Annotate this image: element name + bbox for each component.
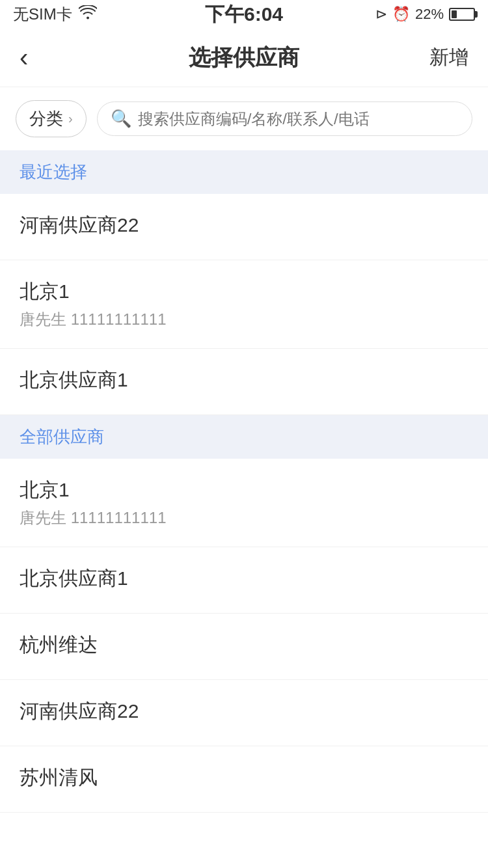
- recent-section-header: 最近选择: [0, 150, 488, 194]
- page-title: 选择供应商: [189, 43, 299, 73]
- alarm-icon: ⏰: [392, 6, 410, 23]
- item-name: 河南供应商22: [20, 698, 468, 725]
- all-section-header: 全部供应商: [0, 415, 488, 459]
- recent-list: 河南供应商22北京1唐先生 11111111111北京供应商1: [0, 194, 488, 415]
- battery-icon: [449, 8, 475, 21]
- chevron-right-icon: ›: [68, 111, 73, 126]
- item-name: 北京1: [20, 477, 468, 504]
- item-name: 河南供应商22: [20, 212, 468, 239]
- item-name: 北京供应商1: [20, 565, 468, 592]
- add-button[interactable]: 新增: [429, 44, 468, 71]
- wifi-icon: [79, 5, 97, 23]
- all-list-item[interactable]: 杭州维达: [0, 614, 488, 680]
- item-sub: 唐先生 11111111111: [20, 309, 468, 330]
- search-input[interactable]: [138, 110, 459, 128]
- all-list-item[interactable]: 北京供应商1: [0, 547, 488, 614]
- carrier-text: 无SIM卡: [13, 4, 72, 25]
- recent-header-text: 最近选择: [20, 162, 87, 182]
- location-icon: ⊳: [375, 6, 387, 23]
- status-time: 下午6:04: [205, 1, 283, 28]
- category-label: 分类: [29, 107, 63, 130]
- recent-list-item[interactable]: 北京1唐先生 11111111111: [0, 260, 488, 349]
- all-list: 北京1唐先生 11111111111北京供应商1杭州维达河南供应商22苏州清风: [0, 459, 488, 813]
- all-header-text: 全部供应商: [20, 427, 104, 446]
- nav-bar: ‹ 选择供应商 新增: [0, 29, 488, 87]
- recent-list-item[interactable]: 北京供应商1: [0, 349, 488, 415]
- item-sub: 唐先生 11111111111: [20, 508, 468, 528]
- battery-percent: 22%: [415, 6, 444, 23]
- item-name: 北京1: [20, 278, 468, 305]
- status-bar: 无SIM卡 下午6:04 ⊳ ⏰ 22%: [0, 0, 488, 29]
- back-button[interactable]: ‹: [20, 43, 59, 72]
- status-left: 无SIM卡: [13, 4, 97, 25]
- search-bar: 分类 › 🔍: [0, 87, 488, 150]
- item-name: 苏州清风: [20, 765, 468, 791]
- all-list-item[interactable]: 北京1唐先生 11111111111: [0, 459, 488, 547]
- recent-list-item[interactable]: 河南供应商22: [0, 194, 488, 260]
- status-right: ⊳ ⏰ 22%: [375, 6, 475, 23]
- search-icon: 🔍: [111, 109, 131, 129]
- all-list-item[interactable]: 河南供应商22: [0, 680, 488, 746]
- item-name: 北京供应商1: [20, 367, 468, 394]
- category-button[interactable]: 分类 ›: [16, 100, 87, 137]
- item-name: 杭州维达: [20, 632, 468, 658]
- all-list-item[interactable]: 苏州清风: [0, 746, 488, 813]
- search-input-wrap[interactable]: 🔍: [97, 102, 472, 136]
